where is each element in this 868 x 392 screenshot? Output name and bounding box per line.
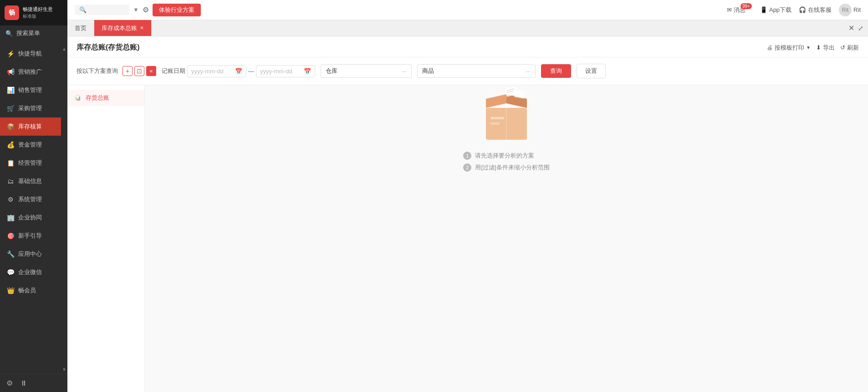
svg-rect-6 [490, 117, 504, 119]
hint2-number: 2 [463, 163, 471, 172]
filter-collapse-button[interactable]: « [146, 66, 156, 76]
sidebar-item-label: 基础信息 [18, 177, 42, 185]
print-icon: 🖨 [767, 44, 773, 51]
page-title: 库存总账(存货总账) [77, 43, 140, 52]
sidebar-item-member[interactable]: 👑 畅会员 [0, 281, 61, 300]
topbar-search[interactable]: 🔍 [75, 5, 129, 15]
svg-text:📊: 📊 [75, 95, 81, 101]
search-icon: 🔍 [5, 30, 13, 37]
sidebar-item-finance[interactable]: 💰 资金管理 [0, 136, 61, 154]
sidebar-item-sales[interactable]: 📊 销售管理 [0, 81, 61, 99]
tabbar-close-button[interactable]: ✕ [848, 24, 854, 32]
sidebar-item-inventory[interactable]: 📦 库存核算 [0, 117, 61, 136]
app-download-button[interactable]: 📱 App下载 [760, 6, 791, 14]
messages-badge: 99+ [740, 3, 752, 9]
empty-hints: 1 请先选择要分析的方案 2 用[过滤]条件来缩小分析范围 [463, 152, 549, 172]
sidebar-item-label: 营销推广 [18, 68, 42, 76]
calendar-end-icon[interactable]: 📅 [304, 68, 311, 75]
export-button[interactable]: ⬇ 导出 [816, 44, 835, 52]
service-icon: 🎧 [799, 6, 806, 13]
logo-name: 畅捷通好生意 [23, 6, 53, 12]
guide-icon: 🎯 [6, 232, 15, 240]
date-end-input[interactable]: yyyy-mm-dd 📅 [256, 65, 315, 77]
hint1-number: 1 [463, 152, 471, 160]
finance-icon: 💰 [6, 141, 15, 149]
online-service-button[interactable]: 🎧 在线客服 [799, 6, 832, 14]
filter-row: 按以下方案查询 + ⊡ « 记账日期 yyyy-mm-dd 📅 — [77, 64, 859, 78]
date-label: 记账日期 [162, 67, 185, 75]
sidebar-item-purchase[interactable]: 🛒 采购管理 [0, 99, 61, 117]
refresh-button[interactable]: ↺ 刷新 [840, 44, 859, 52]
settings-footer-icon[interactable]: ⚙ [6, 379, 13, 387]
goods-more-icon[interactable]: ··· [526, 68, 531, 75]
messages-button[interactable]: ✉ 消息 99+ [727, 6, 745, 14]
system-icon: ⚙ [6, 195, 15, 204]
page-actions: 🖨 按模板打印 ▼ ⬇ 导出 ↺ 刷新 [767, 44, 859, 52]
refresh-icon: ↺ [840, 44, 845, 51]
user-avatar: Rit [839, 4, 852, 16]
sidebar-footer: ⚙ ⏸ [0, 374, 67, 392]
sidebar-item-label: 企业协同 [18, 214, 42, 222]
sidebar-item-basic[interactable]: 🗂 基础信息 [0, 172, 61, 190]
basic-icon: 🗂 [6, 177, 15, 185]
apps-icon: 🔧 [6, 250, 15, 258]
scroll-down-arrow[interactable]: ▼ [62, 367, 66, 372]
calendar-start-icon[interactable]: 📅 [235, 68, 242, 75]
scheme-icon: 📊 [74, 94, 82, 102]
sidebar-item-label: 系统管理 [18, 195, 42, 204]
filter-label: 按以下方案查询 + ⊡ « [77, 66, 156, 76]
date-start-input[interactable]: yyyy-mm-dd 📅 [187, 65, 246, 77]
wechat-icon: 💬 [6, 268, 15, 276]
phone-icon: 📱 [760, 6, 767, 13]
sidebar-item-marketing[interactable]: 📢 营销推广 [0, 63, 61, 81]
filter-label-text: 按以下方案查询 [77, 67, 118, 75]
logo-badge: 标准版 [23, 13, 53, 20]
topbar-right: ✉ 消息 99+ 📱 App下载 🎧 在线客服 Rit Rit [727, 4, 861, 16]
sound-footer-icon[interactable]: ⏸ [20, 379, 27, 387]
sidebar-item-system[interactable]: ⚙ 系统管理 [0, 190, 61, 209]
tabbar-right: ✕ ⤢ [848, 24, 868, 32]
message-icon: ✉ [727, 6, 732, 13]
sidebar-item-label: 应用中心 [18, 250, 42, 258]
svg-marker-3 [486, 94, 506, 108]
tab-home[interactable]: 首页 [67, 20, 94, 36]
sidebar-item-company[interactable]: 🏢 企业协同 [0, 209, 61, 227]
sidebar: 畅 畅捷通好生意 标准版 🔍 搜索菜单 ⚡ 快捷导航 📢 营销推广 📊 销售管理 [0, 0, 67, 392]
print-button[interactable]: 🖨 按模板打印 ▼ [767, 44, 811, 52]
purchase-icon: 🛒 [6, 104, 15, 112]
sidebar-search[interactable]: 🔍 搜索菜单 [0, 25, 67, 41]
sidebar-item-shortcut[interactable]: ⚡ 快捷导航 [0, 45, 61, 63]
industry-solution-button[interactable]: 体验行业方案 [153, 4, 201, 16]
warehouse-more-icon[interactable]: ··· [402, 68, 407, 75]
sidebar-item-label: 快捷导航 [18, 50, 42, 58]
topbar-settings-icon[interactable]: ⚙ [143, 5, 149, 14]
goods-label: 商品 [422, 67, 434, 75]
sidebar-item-label: 库存核算 [18, 122, 42, 131]
goods-select[interactable]: 商品 ··· [417, 64, 536, 78]
sidebar-search-label: 搜索菜单 [16, 29, 40, 37]
empty-hint-1: 1 请先选择要分析的方案 [463, 152, 549, 160]
sidebar-item-apps[interactable]: 🔧 应用中心 [0, 245, 61, 263]
tab-inventory-cost[interactable]: 库存成本总账 ✕ [94, 20, 152, 36]
operations-icon: 📋 [6, 159, 15, 167]
company-icon: 🏢 [6, 214, 15, 222]
date-range-group: 记账日期 yyyy-mm-dd 📅 — yyyy-mm-dd 📅 [162, 65, 315, 77]
user-profile[interactable]: Rit Rit [839, 4, 861, 16]
topbar-dropdown-icon[interactable]: ▼ [133, 6, 139, 13]
tab-close-icon[interactable]: ✕ [140, 25, 144, 31]
print-label: 按模板打印 [775, 44, 804, 52]
scroll-up-arrow[interactable]: ▲ [62, 46, 66, 51]
export-icon: ⬇ [816, 44, 821, 51]
sidebar-item-operations[interactable]: 📋 经营管理 [0, 154, 61, 172]
tabbar-expand-icon[interactable]: ⤢ [858, 25, 863, 32]
query-button[interactable]: 查询 [541, 64, 571, 78]
sidebar-item-label: 企业微信 [18, 268, 42, 276]
filter-add-button[interactable]: + [123, 66, 133, 76]
empty-illustration [475, 85, 538, 144]
settings-button[interactable]: 设置 [577, 64, 606, 78]
sidebar-item-guide[interactable]: 🎯 新手引导 [0, 227, 61, 245]
sidebar-item-wechat[interactable]: 💬 企业微信 [0, 263, 61, 281]
warehouse-select[interactable]: 仓库 ··· [321, 64, 412, 78]
filter-settings-button[interactable]: ⊡ [134, 66, 144, 76]
scheme-item-inventory-general[interactable]: 📊 存货总账 [67, 90, 144, 106]
